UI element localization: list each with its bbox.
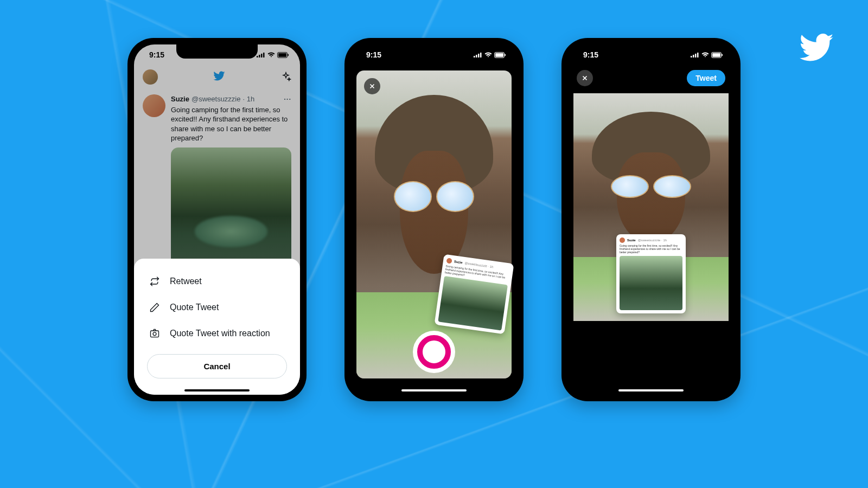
- svg-rect-10: [476, 55, 477, 57]
- status-time: 9:15: [366, 50, 381, 59]
- phone-camera-recording: 9:15 Suzie @sweetsuzzzie · 1h: [344, 38, 524, 401]
- status-bar: 9:15: [351, 44, 517, 65]
- svg-rect-16: [691, 56, 692, 57]
- svg-rect-19: [697, 53, 699, 57]
- svg-rect-9: [474, 56, 475, 57]
- camera-icon: [149, 328, 160, 339]
- svg-rect-2: [261, 54, 263, 57]
- svg-rect-1: [259, 55, 260, 57]
- quoted-tweet-overlay[interactable]: Suzie @sweetsuzzzie · 1h Going camping f…: [616, 234, 686, 313]
- mini-avatar: [620, 237, 625, 243]
- home-indicator[interactable]: [618, 389, 684, 391]
- home-indicator[interactable]: [184, 389, 250, 391]
- mini-name: Suzie: [627, 239, 636, 242]
- status-bar: 9:15: [568, 44, 734, 65]
- retweet-action-sheet: Retweet Quote Tweet Quote Tweet with rea…: [134, 259, 300, 395]
- svg-rect-12: [480, 53, 482, 57]
- svg-point-8: [153, 332, 156, 336]
- cancel-button[interactable]: Cancel: [147, 354, 287, 378]
- svg-rect-17: [693, 55, 694, 57]
- svg-rect-0: [257, 56, 258, 57]
- retweet-option[interactable]: Retweet: [134, 268, 300, 294]
- phones-row: 9:15 Suzie: [0, 38, 868, 401]
- status-time: 9:15: [583, 50, 598, 59]
- record-button[interactable]: [413, 331, 455, 373]
- mini-image: [620, 256, 682, 310]
- quote-tweet-option[interactable]: Quote Tweet: [134, 294, 300, 320]
- retweet-label: Retweet: [170, 277, 202, 286]
- close-button[interactable]: [364, 78, 380, 94]
- mini-handle: @sweetsuzzzie · 1h: [638, 239, 667, 242]
- home-indicator[interactable]: [401, 389, 467, 391]
- svg-rect-14: [495, 53, 503, 57]
- mini-name: Suzie: [454, 260, 463, 264]
- status-time: 9:15: [149, 50, 164, 59]
- svg-rect-11: [478, 54, 480, 57]
- svg-rect-21: [712, 53, 720, 57]
- svg-rect-18: [695, 54, 697, 57]
- phone-retweet-sheet: 9:15 Suzie: [127, 38, 307, 401]
- status-bar: 9:15: [134, 44, 300, 65]
- svg-rect-15: [505, 54, 506, 56]
- quote-reaction-label: Quote Tweet with reaction: [170, 329, 270, 338]
- status-icons: [257, 52, 289, 58]
- phone-compose-reaction: 9:15 Tweet: [561, 38, 741, 401]
- retweet-icon: [149, 276, 160, 287]
- mini-image: [438, 276, 508, 331]
- mini-text: Going camping for the first time, so exc…: [620, 244, 682, 254]
- quote-reaction-option[interactable]: Quote Tweet with reaction: [134, 320, 300, 346]
- svg-rect-22: [722, 54, 723, 56]
- close-button[interactable]: [577, 70, 593, 86]
- pencil-icon: [149, 302, 160, 313]
- status-icons: [691, 52, 723, 58]
- quoted-tweet-overlay[interactable]: Suzie @sweetsuzzzie · 1h Going camping f…: [435, 254, 514, 335]
- svg-rect-6: [288, 54, 289, 56]
- quote-tweet-label: Quote Tweet: [170, 303, 219, 312]
- status-icons: [474, 52, 506, 58]
- svg-rect-5: [278, 53, 286, 57]
- svg-rect-3: [263, 53, 265, 57]
- svg-rect-7: [151, 331, 159, 337]
- mini-avatar: [446, 258, 452, 264]
- tweet-button[interactable]: Tweet: [687, 70, 725, 86]
